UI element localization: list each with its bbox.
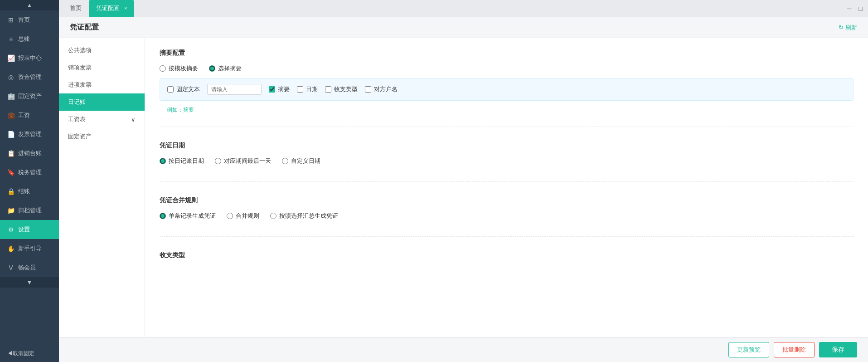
tab-home-label: 首页 (70, 4, 82, 12)
checkbox-summary[interactable]: 摘要 (269, 85, 290, 93)
checkbox-income-type-input[interactable] (325, 86, 331, 93)
checkbox-fixed-text-label: 固定文本 (176, 85, 200, 93)
minimize-button[interactable]: ─ (845, 3, 853, 14)
sidebar-item-guide[interactable]: ✋ 新手引导 (0, 239, 59, 258)
voucher-date-journal[interactable]: 按日记账日期 (160, 157, 204, 165)
sidebar-scroll-down[interactable]: ▼ (0, 277, 59, 288)
left-nav-journal-label: 日记账 (68, 98, 86, 106)
archive-icon: 📁 (7, 207, 15, 214)
checkbox-date-label: 日期 (306, 85, 318, 93)
fixed-text-input[interactable] (207, 84, 262, 95)
left-nav-purchase-invoice-label: 进项发票 (68, 81, 92, 89)
bottom-bar: 更新预览 批量删除 保存 (59, 337, 868, 362)
voucher-date-custom[interactable]: 自定义日期 (282, 157, 320, 165)
update-preview-button[interactable]: 更新预览 (728, 342, 769, 357)
sidebar-item-label: 归档管理 (18, 206, 42, 215)
voucher-date-custom-input[interactable] (282, 158, 288, 164)
example-prefix: 例如： (167, 107, 183, 113)
sidebar-item-home[interactable]: ⊞ 首页 (0, 10, 59, 29)
sidebar-item-funds[interactable]: ◎ 资金管理 (0, 68, 59, 87)
checkbox-counterpart-input[interactable] (365, 86, 371, 93)
sidebar-item-reports[interactable]: 📈 报表中心 (0, 49, 59, 68)
sidebar-item-label: 报表中心 (18, 54, 42, 62)
merge-rules-section: 凭证合并规则 单条记录生成凭证 合并规则 按照选择汇总生成凭证 (160, 196, 853, 237)
voucher-date-journal-input[interactable] (160, 158, 166, 164)
checkbox-summary-label: 摘要 (278, 85, 290, 93)
sidebar-scroll-up[interactable]: ▲ (0, 0, 59, 10)
checkbox-income-type[interactable]: 收支类型 (325, 85, 358, 93)
tab-bar-actions: ─ □ (845, 3, 864, 14)
sidebar-item-sales[interactable]: 📋 进销台账 (0, 144, 59, 163)
summary-radio-template[interactable]: 按模板摘要 (160, 64, 198, 73)
reports-icon: 📈 (7, 54, 15, 62)
voucher-date-period-last-input[interactable] (215, 158, 221, 164)
invoice-icon: 📄 (7, 131, 15, 138)
checkbox-date-input[interactable] (297, 86, 303, 93)
sidebar-item-label: 进销台账 (18, 149, 42, 157)
sidebar-item-label: 资金管理 (18, 73, 42, 81)
refresh-label: 刷新 (845, 24, 857, 32)
merge-rules-merge-input[interactable] (227, 213, 233, 219)
sidebar-item-vip[interactable]: V 畅会员 (0, 258, 59, 277)
sidebar-item-ledger[interactable]: ≡ 总账 (0, 29, 59, 49)
checkbox-fixed-text-input[interactable] (167, 86, 174, 93)
left-nav-fixed-assets-label: 固定资产 (68, 132, 92, 141)
batch-delete-button[interactable]: 批量删除 (774, 342, 815, 357)
sidebar-item-payroll[interactable]: 💼 工资 (0, 106, 59, 125)
sidebar-item-label: 工资 (18, 111, 30, 119)
voucher-date-title: 凭证日期 (160, 142, 853, 150)
sidebar-item-assets[interactable]: 🏢 固定资产 (0, 87, 59, 106)
page-header: 凭证配置 ↻ 刷新 (59, 17, 868, 38)
summary-radio-template-input[interactable] (160, 65, 166, 72)
left-nav-journal[interactable]: 日记账 (59, 93, 145, 111)
checkbox-fixed-text[interactable]: 固定文本 (167, 85, 200, 93)
sidebar-item-tax[interactable]: 🔖 税务管理 (0, 163, 59, 182)
example-value: 摘要 (183, 107, 194, 113)
merge-rules-single[interactable]: 单条记录生成凭证 (160, 212, 216, 220)
sidebar-item-settings[interactable]: ⚙ 设置 (0, 220, 59, 239)
content-area: 凭证配置 ↻ 刷新 公共选项 销项发票 进项发票 日记账 (59, 17, 868, 362)
ledger-icon: ≡ (7, 35, 15, 43)
merge-rules-merge[interactable]: 合并规则 (227, 212, 259, 220)
checkbox-income-type-label: 收支类型 (334, 85, 358, 93)
checkbox-summary-input[interactable] (269, 86, 275, 93)
checkbox-date[interactable]: 日期 (297, 85, 318, 93)
voucher-date-period-last[interactable]: 对应期间最后一天 (215, 157, 271, 165)
merge-rules-single-input[interactable] (160, 213, 166, 219)
tax-icon: 🔖 (7, 169, 15, 176)
checkbox-counterpart[interactable]: 对方户名 (365, 85, 398, 93)
sidebar-item-label: 固定资产 (18, 92, 42, 100)
summary-radio-select[interactable]: 选择摘要 (209, 64, 242, 73)
left-nav-public[interactable]: 公共选项 (59, 42, 145, 59)
refresh-button[interactable]: ↻ 刷新 (839, 24, 857, 32)
right-content: 摘要配置 按模板摘要 选择摘要 (145, 38, 868, 337)
save-button[interactable]: 保存 (819, 342, 857, 357)
unpin-label: ◀取消固定 (7, 350, 34, 357)
sidebar-item-label: 首页 (18, 16, 30, 24)
left-nav-fixed-assets[interactable]: 固定资产 (59, 128, 145, 145)
sidebar-item-label: 税务管理 (18, 168, 42, 176)
left-nav-purchase-invoice[interactable]: 进项发票 (59, 76, 145, 93)
tab-close-icon[interactable]: × (124, 5, 127, 11)
tab-bar: 首页 凭证配置 × ─ □ (59, 0, 868, 17)
merge-rules-select-merge-input[interactable] (270, 213, 276, 219)
sidebar-unpin-button[interactable]: ◀取消固定 (0, 345, 59, 362)
summary-example: 例如：摘要 (160, 104, 853, 116)
voucher-date-custom-label: 自定义日期 (291, 157, 320, 165)
maximize-button[interactable]: □ (857, 3, 864, 14)
summary-radio-select-input[interactable] (209, 65, 215, 72)
merge-rules-title: 凭证合并规则 (160, 196, 853, 205)
sidebar-item-archive[interactable]: 📁 归档管理 (0, 201, 59, 220)
merge-rules-select-merge[interactable]: 按照选择汇总生成凭证 (270, 212, 338, 220)
tab-voucher-config[interactable]: 凭证配置 × (89, 0, 134, 17)
left-nav-payroll-sheet[interactable]: 工资表 ∨ (59, 111, 145, 128)
left-nav-sales-invoice[interactable]: 销项发票 (59, 59, 145, 76)
summary-checkbox-row: 固定文本 摘要 日期 收支类型 (160, 78, 853, 101)
tab-voucher-config-label: 凭证配置 (96, 4, 120, 12)
sidebar-item-invoice[interactable]: 📄 发票管理 (0, 125, 59, 144)
left-nav-public-label: 公共选项 (68, 46, 92, 54)
voucher-date-period-last-label: 对应期间最后一天 (224, 157, 271, 165)
two-panel: 公共选项 销项发票 进项发票 日记账 工资表 ∨ 固定资产 (59, 38, 868, 337)
tab-home[interactable]: 首页 (63, 0, 89, 17)
sidebar-item-close[interactable]: 🔒 结账 (0, 182, 59, 201)
